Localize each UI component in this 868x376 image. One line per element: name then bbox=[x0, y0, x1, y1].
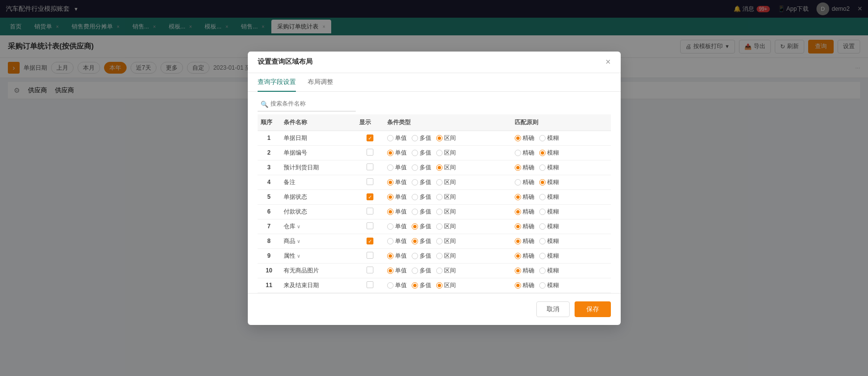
dialog-close-button[interactable]: × bbox=[605, 57, 611, 67]
search-wrap: 🔍 bbox=[258, 97, 356, 104]
search-row: 🔍 bbox=[248, 92, 621, 104]
dialog-overlay: 设置查询区域布局 × 查询字段设置 布局调整 🔍 顺序 bbox=[0, 0, 868, 103]
dialog-tab-layout[interactable]: 布局调整 bbox=[308, 73, 333, 92]
dialog-tab-query-fields[interactable]: 查询字段设置 bbox=[258, 73, 296, 92]
dialog-header: 设置查询区域布局 × bbox=[248, 52, 621, 73]
dialog-tabs: 查询字段设置 布局调整 bbox=[248, 73, 621, 92]
dialog-title: 设置查询区域布局 bbox=[258, 57, 313, 66]
settings-dialog: 设置查询区域布局 × 查询字段设置 布局调整 🔍 顺序 bbox=[248, 52, 621, 104]
search-input[interactable] bbox=[258, 97, 356, 104]
search-icon: 🔍 bbox=[261, 101, 268, 104]
